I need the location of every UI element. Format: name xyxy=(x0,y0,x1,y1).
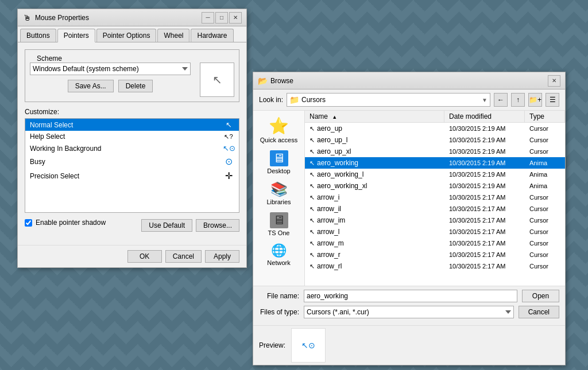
mouse-icon: 🖱 xyxy=(22,13,32,22)
file-list-area[interactable]: Name ▲ Date modified Type ↖ aero_up 10/3… xyxy=(305,111,565,286)
file-type: Cursor xyxy=(525,124,565,133)
file-row[interactable]: ↖ arrow_rl 10/30/2015 2:17 AM Cursor xyxy=(305,260,565,272)
col-header-name[interactable]: Name ▲ xyxy=(305,111,444,122)
file-name: arrow_il xyxy=(317,205,341,213)
tab-bar: Buttons Pointers Pointer Options Wheel H… xyxy=(18,26,246,42)
file-row[interactable]: ↖ aero_working_l 10/30/2015 2:19 AM Anim… xyxy=(305,169,565,180)
file-icon: ↖ xyxy=(310,159,315,167)
nav-up-button[interactable]: ↑ xyxy=(511,93,525,107)
list-item-precision[interactable]: Precision Select ✛ xyxy=(25,169,239,183)
file-rows-container: ↖ aero_up 10/30/2015 2:19 AM Cursor ↖ ae… xyxy=(305,123,565,272)
shadow-label[interactable]: Enable pointer shadow xyxy=(36,219,106,227)
file-type: Cursor xyxy=(525,136,565,144)
file-type: Cursor xyxy=(525,239,565,247)
file-name: aero_up_xl xyxy=(317,147,351,155)
sidebar-item-network[interactable]: 🌐 Network xyxy=(253,240,304,270)
file-date: 10/30/2015 2:17 AM xyxy=(444,228,525,236)
list-item-help-select[interactable]: Help Select ↖? xyxy=(25,131,239,142)
network-icon: 🌐 xyxy=(271,243,287,258)
nav-new-folder-button[interactable]: 📁+ xyxy=(528,93,542,107)
preview-area: ↖⊙ xyxy=(291,328,326,363)
sidebar-label-desktop: Desktop xyxy=(267,168,290,174)
file-date: 10/30/2015 2:17 AM xyxy=(444,216,525,224)
file-icon: ↖ xyxy=(310,251,315,259)
tab-hardware[interactable]: Hardware xyxy=(191,29,233,42)
browse-cancel-button[interactable]: Cancel xyxy=(519,306,559,318)
browse-sidebar: ⭐ Quick access 🖥 Desktop 📚 Libraries 🖥 T… xyxy=(253,111,305,286)
customize-label: Customize: xyxy=(25,108,239,116)
mouse-props-titlebar[interactable]: 🖱 Mouse Properties ─ □ ✕ xyxy=(18,9,246,26)
sidebar-item-quick-access[interactable]: ⭐ Quick access xyxy=(253,113,304,147)
tab-pointer-options[interactable]: Pointer Options xyxy=(96,29,157,42)
cursor-list[interactable]: Normal Select ↖ Help Select ↖? Working I… xyxy=(25,118,239,213)
ok-button[interactable]: OK xyxy=(127,250,162,263)
shadow-checkbox[interactable] xyxy=(25,219,32,227)
mouse-props-title: Mouse Properties xyxy=(35,14,202,22)
ts-one-icon: 🖥 xyxy=(270,212,288,228)
file-date: 10/30/2015 2:19 AM xyxy=(444,136,525,144)
list-item-busy[interactable]: Busy ⊙ xyxy=(25,154,239,169)
col-header-type[interactable]: Type xyxy=(525,111,565,122)
filetype-row: Files of type: Cursors (*.ani, *.cur) Ca… xyxy=(259,306,559,318)
file-name: arrow_im xyxy=(317,216,345,224)
file-type: Cursor xyxy=(525,205,565,213)
nav-back-button[interactable]: ← xyxy=(494,93,508,107)
maximize-button[interactable]: □ xyxy=(215,12,228,24)
file-name: aero_working_l xyxy=(317,170,363,178)
filetype-select[interactable]: Cursors (*.ani, *.cur) xyxy=(304,306,514,318)
delete-button[interactable]: Delete xyxy=(118,80,153,92)
file-row[interactable]: ↖ arrow_i 10/30/2015 2:17 AM Cursor xyxy=(305,192,565,203)
file-row[interactable]: ↖ aero_up 10/30/2015 2:19 AM Cursor xyxy=(305,123,565,134)
cursor-preview-icon: ↖ xyxy=(212,73,222,87)
file-row[interactable]: ↖ aero_working_xl 10/30/2015 2:19 AM Ani… xyxy=(305,180,565,192)
sidebar-item-ts-one[interactable]: 🖥 TS One xyxy=(253,209,304,240)
sidebar-item-libraries[interactable]: 📚 Libraries xyxy=(253,178,304,209)
file-icon: ↖ xyxy=(310,137,315,144)
filename-row: File name: Open xyxy=(259,290,559,302)
browse-titlebar[interactable]: 📂 Browse ✕ xyxy=(253,72,565,89)
file-row[interactable]: ↖ arrow_r 10/30/2015 2:17 AM Cursor xyxy=(305,249,565,260)
file-icon: ↖ xyxy=(310,228,315,236)
sidebar-item-desktop[interactable]: 🖥 Desktop xyxy=(253,147,304,178)
browse-close-button[interactable]: ✕ xyxy=(548,75,560,87)
cancel-button[interactable]: Cancel xyxy=(165,250,202,263)
file-icon: ↖ xyxy=(310,205,315,213)
file-row[interactable]: ↖ aero_up_l 10/30/2015 2:19 AM Cursor xyxy=(305,134,565,146)
file-icon: ↖ xyxy=(310,171,315,178)
list-item-working[interactable]: Working In Background ↖⊙ xyxy=(25,142,239,154)
preview-section: Preview: ↖⊙ xyxy=(253,325,565,365)
file-row[interactable]: ↖ arrow_l 10/30/2015 2:17 AM Cursor xyxy=(305,226,565,237)
apply-button[interactable]: Apply xyxy=(205,250,239,263)
file-row[interactable]: ↖ aero_working 10/30/2015 2:19 AM Anima xyxy=(305,157,565,169)
open-button[interactable]: Open xyxy=(522,290,559,302)
file-row[interactable]: ↖ arrow_im 10/30/2015 2:17 AM Cursor xyxy=(305,215,565,226)
tab-pointers[interactable]: Pointers xyxy=(57,29,95,42)
list-item-normal-select[interactable]: Normal Select ↖ xyxy=(25,119,239,131)
browse-icon: 📂 xyxy=(258,76,267,85)
scheme-select[interactable]: Windows Default (system scheme) xyxy=(30,63,191,75)
file-row[interactable]: ↖ aero_up_xl 10/30/2015 2:19 AM Cursor xyxy=(305,146,565,157)
file-row[interactable]: ↖ arrow_m 10/30/2015 2:17 AM Cursor xyxy=(305,237,565,249)
browse-button[interactable]: Browse... xyxy=(196,219,239,232)
cursor-preview-box: ↖ xyxy=(200,63,234,97)
scheme-legend: Scheme xyxy=(34,54,234,63)
mouse-properties-window: 🖱 Mouse Properties ─ □ ✕ Buttons Pointer… xyxy=(17,9,247,268)
file-date: 10/30/2015 2:17 AM xyxy=(444,239,525,247)
minimize-button[interactable]: ─ xyxy=(202,12,214,24)
look-in-select[interactable]: 📁 Cursors ▼ xyxy=(287,93,490,107)
nav-view-button[interactable]: ☰ xyxy=(546,93,559,107)
filename-input[interactable] xyxy=(304,290,517,302)
tab-wheel[interactable]: Wheel xyxy=(157,29,189,42)
tab-buttons[interactable]: Buttons xyxy=(20,29,56,42)
cursor-icon-busy: ⊙ xyxy=(223,156,234,167)
filetype-label: Files of type: xyxy=(259,308,299,316)
save-as-button[interactable]: Save As... xyxy=(68,80,114,92)
file-name: aero_working xyxy=(317,159,358,167)
file-row[interactable]: ↖ arrow_il 10/30/2015 2:17 AM Cursor xyxy=(305,203,565,215)
file-icon: ↖ xyxy=(310,182,315,190)
browse-main-area: ⭐ Quick access 🖥 Desktop 📚 Libraries 🖥 T… xyxy=(253,111,565,286)
col-header-date[interactable]: Date modified xyxy=(444,111,525,122)
use-default-button[interactable]: Use Default xyxy=(141,219,192,232)
close-button[interactable]: ✕ xyxy=(229,12,242,24)
browse-window: 📂 Browse ✕ Look in: 📁 Cursors ▼ ← ↑ 📁+ ☰… xyxy=(253,72,566,365)
